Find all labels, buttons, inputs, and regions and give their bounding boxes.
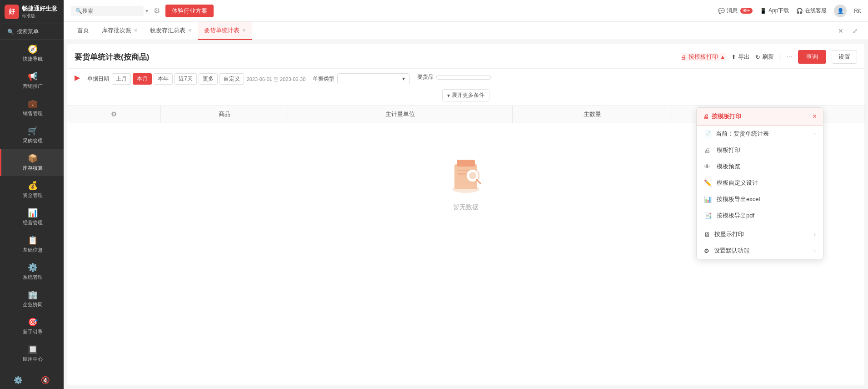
sidebar-item-sales[interactable]: 💼 销售管理 (0, 94, 64, 121)
demand-goods-filter: 要货品 (417, 73, 491, 81)
order-type-filter: 单据类型 ▾ (313, 73, 410, 84)
trial-button[interactable]: 体验行业方案 (165, 5, 214, 17)
table-settings-icon[interactable]: ⚙ (111, 110, 117, 118)
appcenter-nav-label: 应用中心 (23, 356, 43, 363)
refresh-button[interactable]: ↻ 刷新 (755, 53, 774, 61)
tab-home[interactable]: 首页 (71, 22, 95, 40)
basics-nav-label: 基础信息 (23, 247, 43, 253)
table-header-settings: ⚙ (67, 106, 161, 123)
app-name: 畅捷通好生意 (22, 5, 57, 13)
enterprise-nav-icon: 🏢 (28, 290, 38, 300)
sidebar-search[interactable]: 🔍 搜索菜单 (0, 24, 64, 40)
date-filter: 单据日期 上月本月本年近7天更多自定义 2023-06-01 至 2023-06… (87, 73, 305, 85)
header-search-dropdown[interactable]: ▾ (145, 8, 148, 14)
display-print-arrow: › (814, 231, 816, 237)
expand-filter-btn[interactable]: ▾ 展开更多条件 (442, 89, 489, 101)
tab-receipt_summary[interactable]: 收发存汇总表× (144, 22, 198, 40)
content-area: 要货单统计表(按商品) 🖨 按模板打印 ▲ ⬆ 导出 ↻ 刷新 | ··· 查询 (67, 44, 864, 385)
sidebar-item-ops[interactable]: 📊 经营管理 (0, 203, 64, 231)
export-button[interactable]: ⬆ 导出 (731, 53, 750, 61)
message-item[interactable]: 💬 消息 99+ (718, 7, 753, 15)
date-btn-last7[interactable]: 近7天 (175, 73, 197, 85)
sidebar-item-enterprise[interactable]: 🏢 企业协同 (0, 285, 64, 313)
sidebar-item-finance[interactable]: 💰 资金管理 (0, 176, 64, 203)
demand-goods-select[interactable] (436, 75, 491, 80)
dropdown-item-template-design[interactable]: ✏️ 模板自定义设计 (697, 175, 823, 191)
date-btn-custom[interactable]: 自定义 (219, 73, 244, 85)
tab-close-receipt_summary[interactable]: × (188, 27, 191, 34)
svg-rect-2 (457, 160, 475, 167)
date-btn-more[interactable]: 更多 (199, 73, 218, 85)
print-dropdown-title-icon: 🖨 (703, 113, 709, 120)
header-settings-icon[interactable]: ⚙ (154, 6, 160, 15)
tab-label-receipt_summary: 收发存汇总表 (150, 26, 185, 35)
sidebar-search-label: 搜索菜单 (17, 28, 39, 35)
header-search-box[interactable]: 🔍 (71, 6, 144, 16)
basics-nav-icon: 📋 (28, 235, 38, 245)
dropdown-item-set-default[interactable]: ⚙ 设置默认功能 › (697, 242, 823, 259)
export-excel-icon: 📊 (704, 196, 712, 203)
dropdown-item-current[interactable]: 📄 当前：要货单统计表 › (697, 126, 823, 142)
dropdown-item-display-print[interactable]: 🖥 按显示打印 › (697, 226, 823, 242)
purchase-nav-label: 采购管理 (23, 137, 43, 144)
avatar[interactable]: 👤 (834, 5, 847, 17)
quicknav-nav-label: 快捷导航 (23, 56, 43, 62)
table-header-unit: 主计量单位 (288, 106, 513, 123)
print-button[interactable]: 🖨 按模板打印 ▲ (681, 53, 726, 61)
app-download-item[interactable]: 📱 App下载 (760, 7, 789, 15)
print-dropdown: 🖨 按模板打印 × 📄 当前：要货单统计表 › 🖨 模板打印 👁 模板预览 (696, 107, 823, 259)
table-header-goods: 商品 (161, 106, 288, 123)
dropdown-item-export-pdf[interactable]: 📑 按模板导出pdf (697, 207, 823, 224)
more-actions-icon[interactable]: ··· (787, 53, 793, 61)
expand-btn-row: ▾ 展开更多条件 (67, 87, 864, 106)
query-button[interactable]: 查询 (798, 50, 826, 64)
tabs-bar: 首页库存批次账×收发存汇总表×要货单统计表× ✕ ⤢ (64, 22, 868, 40)
dropdown-item-export-excel[interactable]: 📊 按模板导出excel (697, 191, 823, 207)
settings-bottom-icon[interactable]: ⚙️ (14, 376, 23, 384)
mute-bottom-icon[interactable]: 🔇 (41, 376, 50, 384)
tab-close-demand_stats[interactable]: × (242, 27, 245, 34)
close-window-btn[interactable]: ✕ (835, 25, 846, 36)
current-item-icon: 📄 (704, 131, 711, 137)
tab-batch[interactable]: 库存批次账× (95, 22, 144, 40)
maximize-window-btn[interactable]: ⤢ (850, 25, 861, 36)
order-type-select[interactable]: ▾ (337, 73, 410, 84)
date-btn-this_month[interactable]: 本月 (133, 73, 152, 85)
settings-button[interactable]: 设置 (832, 50, 857, 64)
ops-nav-icon: 📊 (28, 208, 38, 218)
sidebar-item-purchase[interactable]: 🛒 采购管理 (0, 121, 64, 149)
purchase-nav-icon: 🛒 (28, 126, 38, 136)
dropdown-item-template-preview[interactable]: 👁 模板预览 (697, 158, 823, 175)
tab-demand_stats[interactable]: 要货单统计表× (198, 22, 252, 40)
system-nav-icon: ⚙️ (28, 263, 38, 273)
online-service-item[interactable]: 🎧 在线客服 (796, 7, 827, 15)
print-dropdown-title: 🖨 按模板打印 (703, 112, 741, 121)
tab-close-batch[interactable]: × (134, 27, 137, 34)
inventory-nav-icon: 📦 (28, 153, 38, 163)
sidebar: 好 畅捷通好生意 标准版 🔍 搜索菜单 🧭 快捷导航 📢 营销推广 💼 销售管理… (0, 0, 64, 389)
sidebar-item-newuser[interactable]: 🎯 新手引导 (0, 313, 64, 340)
search-icon: 🔍 (75, 8, 82, 14)
header-search-input[interactable] (82, 8, 128, 14)
sidebar-item-appcenter[interactable]: 🔲 应用中心 (0, 340, 64, 367)
tab-label-batch: 库存批次账 (102, 26, 131, 35)
content-actions: 🖨 按模板打印 ▲ ⬆ 导出 ↻ 刷新 | ··· 查询 设置 (681, 50, 857, 64)
dropdown-item-template-print[interactable]: 🖨 模板打印 (697, 142, 823, 158)
sidebar-item-system[interactable]: ⚙️ 系统管理 (0, 258, 64, 285)
sidebar-item-weixin[interactable]: 💬 企业微信 (0, 367, 64, 371)
date-btn-this_year[interactable]: 本年 (154, 73, 173, 85)
tab-label-demand_stats: 要货单统计表 (204, 26, 239, 35)
filter-collapse-icon[interactable]: ▶ (75, 73, 80, 82)
sidebar-item-marketing[interactable]: 📢 营销推广 (0, 67, 64, 94)
date-btn-last_month[interactable]: 上月 (112, 73, 131, 85)
sidebar-nav: 🧭 快捷导航 📢 营销推广 💼 销售管理 🛒 采购管理 📦 库存核算 💰 资金管… (0, 40, 64, 371)
set-default-arrow: › (814, 248, 816, 254)
sales-nav-label: 销售管理 (23, 110, 43, 117)
sidebar-item-quicknav[interactable]: 🧭 快捷导航 (0, 40, 64, 67)
sidebar-item-basics[interactable]: 📋 基础信息 (0, 231, 64, 258)
main-content: 🔍 ▾ ⚙ 体验行业方案 💬 消息 99+ 📱 App下载 🎧 在线客服 👤 R… (64, 0, 868, 389)
sidebar-item-inventory[interactable]: 📦 库存核算 (0, 149, 64, 176)
export-icon: ⬆ (731, 54, 736, 61)
template-design-icon: ✏️ (704, 179, 712, 187)
print-dropdown-close-btn[interactable]: × (813, 112, 817, 121)
